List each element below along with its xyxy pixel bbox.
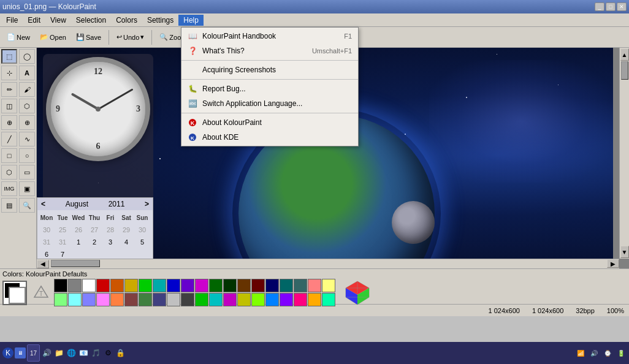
swatch-magenta[interactable]	[195, 279, 208, 292]
swatch-teal[interactable]	[153, 279, 166, 292]
tool-fill[interactable]: ⬡	[19, 99, 35, 113]
cal-cell-3[interactable]: 3	[102, 236, 118, 248]
tray-icon-2[interactable]: 🔊	[589, 347, 600, 358]
tool-color-pick[interactable]: ⊕	[1, 115, 17, 130]
taskbar-icon-1[interactable]: 🖥	[15, 347, 26, 358]
taskbar-icon-8[interactable]: 🔒	[115, 347, 126, 358]
menu-colors[interactable]: Colors	[111, 15, 142, 26]
cal-cell[interactable]: 29	[118, 224, 134, 236]
swatch-blue[interactable]	[167, 279, 180, 292]
swatch-red[interactable]	[96, 279, 110, 292]
swatch-light-green[interactable]	[54, 293, 67, 306]
swatch-light-magenta[interactable]	[96, 293, 110, 306]
help-whats-this[interactable]: ❓ What's This? Umschalt+F1	[181, 44, 358, 58]
taskbar-kde-icon[interactable]: K	[2, 347, 13, 358]
taskbar-icon-7[interactable]: ⚙	[102, 347, 113, 358]
swatch-very-dark-green[interactable]	[223, 279, 237, 292]
cal-cell-1[interactable]: 1	[71, 236, 86, 248]
taskbar-app-item[interactable]: 17	[27, 344, 40, 362]
swatch-dark-red[interactable]	[251, 279, 265, 292]
swatch-mauve[interactable]	[124, 293, 138, 306]
help-handbook[interactable]: 📖 KolourPaint Handbook F1	[181, 29, 358, 44]
swatch-orange[interactable]	[110, 279, 124, 292]
bg-color-swatch[interactable]	[9, 287, 26, 304]
tool-rect[interactable]: □	[1, 148, 17, 163]
tool-pencil[interactable]: ✏	[1, 82, 17, 97]
swatch-dark-teal[interactable]	[280, 279, 293, 292]
tray-icon-1[interactable]: 📶	[575, 347, 586, 358]
tool-ellipse[interactable]: ○	[19, 148, 35, 163]
cal-cell-7[interactable]: 7	[55, 248, 71, 259]
menu-view[interactable]: View	[45, 15, 71, 26]
tool-img2[interactable]: ▣	[19, 181, 35, 196]
cal-cell-4[interactable]: 4	[118, 236, 134, 248]
tray-icon-3[interactable]: ⌚	[602, 347, 613, 358]
swatch-light-red[interactable]	[308, 279, 321, 292]
help-report-bug[interactable]: 🐛 Report Bug...	[181, 82, 358, 96]
taskbar-icon-2[interactable]: 🔊	[41, 347, 52, 358]
cal-cell[interactable]: 28	[102, 224, 118, 236]
new-button[interactable]: 📄 New	[2, 29, 34, 46]
swatch-bright-green[interactable]	[195, 293, 208, 306]
tool-text[interactable]: A	[19, 66, 35, 80]
swatch-slate[interactable]	[294, 279, 307, 292]
swatch-light-gray[interactable]	[167, 293, 180, 306]
window-controls[interactable]: _ □ ✕	[595, 2, 627, 11]
minimize-button[interactable]: _	[595, 2, 604, 11]
cal-cell[interactable]: 30	[134, 224, 150, 236]
cal-cell[interactable]: 25	[55, 224, 71, 236]
tool-img[interactable]: IMG	[1, 181, 17, 196]
tool-magnify[interactable]: ⊕	[19, 115, 35, 130]
swatch-dark-gray[interactable]	[181, 293, 194, 306]
vertical-scrollbar[interactable]: ▲ ▼	[619, 48, 629, 259]
cal-next[interactable]: >	[145, 200, 149, 208]
swatch-light-cyan[interactable]	[68, 293, 82, 306]
swatch-pink[interactable]	[294, 293, 307, 306]
menu-help[interactable]: Help	[178, 15, 204, 26]
taskbar-icon-3[interactable]: 📁	[53, 347, 64, 358]
cal-cell[interactable]: 26	[71, 224, 86, 236]
taskbar-icon-6[interactable]: 🎵	[90, 347, 101, 358]
swatch-bright-magenta[interactable]	[223, 293, 237, 306]
scrollbar-left-arrow[interactable]: ◀	[37, 260, 49, 268]
swatch-yellow[interactable]	[124, 279, 138, 292]
cal-cell[interactable]: 27	[86, 224, 102, 236]
tool-line[interactable]: ╱	[1, 132, 17, 146]
swatch-brown[interactable]	[237, 279, 251, 292]
swatch-gold[interactable]	[308, 293, 321, 306]
scrollbar-down-arrow[interactable]: ▼	[620, 246, 629, 258]
swatch-olive-green[interactable]	[139, 293, 152, 306]
scrollbar-right-arrow[interactable]: ▶	[607, 259, 619, 268]
swatch-sky[interactable]	[265, 293, 279, 306]
tool-polygon[interactable]: ⬡	[1, 165, 17, 180]
cal-cell-5[interactable]: 5	[134, 236, 150, 248]
taskbar-icon-4[interactable]: 🌐	[66, 347, 77, 358]
help-about-kde[interactable]: K About KDE	[181, 130, 358, 145]
horizontal-scrollbar[interactable]: ◀ ▶	[37, 259, 619, 268]
swatch-green[interactable]	[139, 279, 152, 292]
swatch-bright-cyan[interactable]	[209, 293, 223, 306]
tool-zoom[interactable]: 🔍	[19, 198, 35, 213]
tool-roundrect[interactable]: ▭	[19, 165, 35, 180]
menu-selection[interactable]: Selection	[71, 15, 111, 26]
tool-img3[interactable]: ▤	[1, 198, 17, 213]
swatch-black[interactable]	[54, 279, 67, 292]
scrollbar-h-thumb[interactable]	[51, 260, 100, 267]
cal-cell[interactable]: 31	[55, 236, 71, 248]
swatch-aqua[interactable]	[322, 293, 335, 306]
swatch-olive[interactable]	[237, 293, 251, 306]
cal-prev[interactable]: <	[41, 200, 45, 208]
cal-cell-6[interactable]: 6	[39, 248, 55, 259]
help-switch-lang[interactable]: 🔤 Switch Application Language...	[181, 96, 358, 111]
taskbar-icon-5[interactable]: 📧	[78, 347, 89, 358]
swatch-white[interactable]	[82, 279, 96, 292]
swatch-dark-green[interactable]	[209, 279, 223, 292]
swatch-violet[interactable]	[280, 293, 293, 306]
scrollbar-thumb[interactable]	[621, 61, 628, 80]
fg-bg-selector[interactable]	[2, 281, 27, 305]
swatch-light-orange[interactable]	[110, 293, 124, 306]
menu-edit[interactable]: Edit	[23, 15, 45, 26]
save-button[interactable]: 💾 Save	[72, 29, 105, 46]
tool-select-free[interactable]: ⊹	[1, 66, 17, 80]
swatch-light-yellow[interactable]	[322, 279, 335, 292]
